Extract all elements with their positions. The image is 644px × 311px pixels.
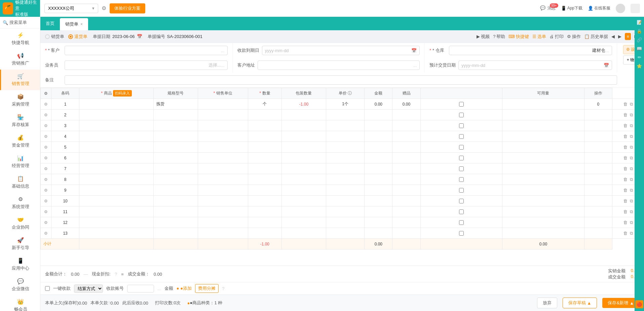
- row-spec[interactable]: [198, 206, 248, 217]
- help-button[interactable]: ? 帮助: [493, 34, 505, 40]
- row-gift[interactable]: [420, 196, 502, 206]
- row-unit[interactable]: [248, 153, 281, 163]
- row-unit-price[interactable]: [365, 206, 392, 217]
- row-spec[interactable]: [198, 174, 248, 185]
- copy-icon[interactable]: ⧉: [630, 102, 633, 107]
- row-product[interactable]: [153, 142, 198, 153]
- row-barcode[interactable]: [79, 163, 154, 174]
- row-barcode[interactable]: [79, 120, 154, 131]
- right-panel-notes[interactable]: 📝: [635, 18, 643, 26]
- row-product[interactable]: [153, 185, 198, 196]
- sidebar-item-business[interactable]: 📊 经营管理: [0, 152, 40, 172]
- row-amount[interactable]: [392, 217, 420, 228]
- delete-icon[interactable]: 🗑: [623, 123, 628, 128]
- delete-icon[interactable]: 🗑: [623, 231, 628, 236]
- row-product[interactable]: [153, 153, 198, 163]
- row-unit[interactable]: [248, 110, 281, 120]
- list-view-icon[interactable]: ≡: [625, 33, 631, 40]
- row-unit[interactable]: [248, 185, 281, 196]
- row-amount[interactable]: [392, 196, 420, 206]
- row-unit-price[interactable]: [365, 196, 392, 206]
- row-product[interactable]: [153, 174, 198, 185]
- row-pack-qty[interactable]: [326, 217, 364, 228]
- row-pack-qty[interactable]: [326, 142, 364, 153]
- row-gift[interactable]: [420, 110, 502, 120]
- row-spec[interactable]: [198, 153, 248, 163]
- sidebar-item-wechat[interactable]: 💬 企业微信: [0, 275, 40, 295]
- row-barcode[interactable]: [79, 196, 154, 206]
- row-unit[interactable]: [248, 131, 281, 142]
- row-settings[interactable]: ⚙: [41, 110, 51, 120]
- row-settings[interactable]: ⚙: [41, 163, 51, 174]
- copy-icon[interactable]: ⧉: [630, 188, 633, 193]
- row-pack-qty[interactable]: [326, 163, 364, 174]
- row-gift[interactable]: [420, 217, 502, 228]
- row-barcode[interactable]: [79, 142, 154, 153]
- sidebar-item-membership[interactable]: 👑 畅会员: [0, 295, 40, 311]
- row-spec[interactable]: [198, 228, 248, 239]
- row-spec[interactable]: [198, 217, 248, 228]
- row-pack-qty[interactable]: [326, 174, 364, 185]
- payment-due-input[interactable]: yyyy-mm-dd 📅: [262, 46, 420, 55]
- operation-button[interactable]: ⚙ 操作: [567, 34, 581, 40]
- warehouse-input[interactable]: 建材仓 ...: [449, 46, 612, 55]
- row-unit-price[interactable]: 0.00: [365, 99, 392, 110]
- customer-address-input[interactable]: ...: [258, 61, 420, 70]
- row-unit-price[interactable]: [365, 228, 392, 239]
- row-spec[interactable]: [198, 185, 248, 196]
- print-button[interactable]: 🖨 打印: [550, 34, 564, 40]
- delete-icon[interactable]: 🗑: [623, 145, 628, 150]
- row-spec[interactable]: [198, 120, 248, 131]
- tab-home[interactable]: 首页: [40, 17, 60, 30]
- row-spec[interactable]: [198, 196, 248, 206]
- row-pack-qty[interactable]: [326, 131, 364, 142]
- trial-button[interactable]: 体验行业方案: [110, 3, 145, 13]
- row-amount[interactable]: [392, 174, 420, 185]
- sidebar-item-inventory[interactable]: 🏪 库存核算: [0, 111, 40, 131]
- delete-icon[interactable]: 🗑: [623, 177, 628, 182]
- scan-button[interactable]: 扫码录入: [113, 90, 132, 96]
- row-gift[interactable]: [420, 228, 502, 239]
- app-download-button[interactable]: 📱 App下载: [561, 5, 582, 11]
- row-gift[interactable]: [420, 174, 502, 185]
- row-unit[interactable]: [248, 163, 281, 174]
- delete-icon[interactable]: 🗑: [623, 134, 628, 139]
- row-spec[interactable]: [198, 131, 248, 142]
- add-payment-button[interactable]: ● ●添加: [177, 285, 192, 291]
- row-pack-qty[interactable]: 1个: [326, 99, 364, 110]
- payment-help-icon[interactable]: ?: [222, 286, 224, 291]
- message-button[interactable]: 💬 99+ 消息: [540, 5, 556, 11]
- delete-icon[interactable]: 🗑: [623, 102, 628, 107]
- delete-icon[interactable]: 🗑: [623, 198, 628, 203]
- row-unit-price[interactable]: [365, 174, 392, 185]
- row-qty[interactable]: [281, 206, 326, 217]
- calendar-icon[interactable]: 📅: [137, 34, 142, 39]
- company-selector[interactable]: XXXXXX公司 ▾: [44, 4, 98, 13]
- row-qty[interactable]: [281, 228, 326, 239]
- row-settings[interactable]: ⚙: [41, 99, 51, 110]
- row-amount[interactable]: 0.00: [392, 99, 420, 110]
- user-avatar[interactable]: [616, 4, 625, 13]
- remark-input[interactable]: [65, 75, 617, 85]
- row-pack-qty[interactable]: [326, 196, 364, 206]
- row-gift[interactable]: [420, 206, 502, 217]
- row-product[interactable]: [153, 206, 198, 217]
- row-gift[interactable]: [420, 163, 502, 174]
- row-amount[interactable]: [392, 206, 420, 217]
- row-qty[interactable]: [281, 217, 326, 228]
- row-gift[interactable]: [420, 153, 502, 163]
- radio-return-order[interactable]: 退货单: [68, 34, 87, 40]
- row-qty[interactable]: [281, 174, 326, 185]
- row-settings[interactable]: ⚙: [41, 185, 51, 196]
- expense-split-button[interactable]: 费用分摊: [195, 284, 219, 293]
- save-new-button[interactable]: 保存&新增 ▲: [602, 298, 639, 308]
- row-settings[interactable]: ⚙: [41, 120, 51, 131]
- sidebar-item-basic-info[interactable]: 📋 基础信息: [0, 172, 40, 193]
- right-panel-book[interactable]: 📖: [635, 44, 643, 52]
- discount-help-icon[interactable]: ?: [115, 272, 117, 277]
- expected-delivery-input[interactable]: yyyy-mm-dd 📅: [458, 61, 612, 70]
- delete-icon[interactable]: 🗑: [623, 166, 628, 171]
- row-pack-qty[interactable]: [326, 185, 364, 196]
- row-unit[interactable]: [248, 142, 281, 153]
- row-barcode[interactable]: [79, 110, 154, 120]
